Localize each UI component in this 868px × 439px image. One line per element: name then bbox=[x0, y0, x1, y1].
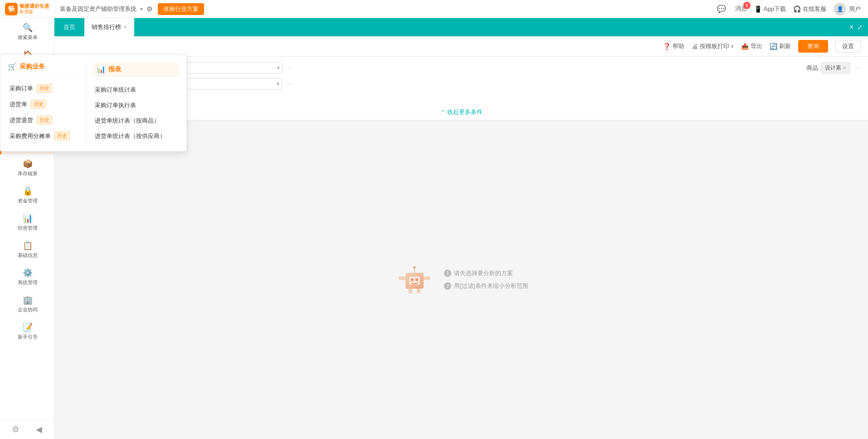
report-item-1-label: 采购订单统计表 bbox=[95, 86, 136, 94]
svg-rect-4 bbox=[409, 289, 412, 293]
phone-icon: 📱 bbox=[754, 5, 762, 13]
sidebar-item-finance[interactable]: 🔒 资金管理 bbox=[0, 182, 54, 209]
purchase-item-1[interactable]: 采购订单 历史 bbox=[8, 80, 78, 96]
goods-filter: 商品 设计素 × ··· bbox=[806, 62, 861, 74]
sidebar-bottom: ⚙ ◀ bbox=[0, 419, 54, 439]
report-item-2[interactable]: 采购订单执行表 bbox=[93, 98, 179, 113]
search-icon: 🔍 bbox=[23, 23, 33, 33]
goods-dots[interactable]: ··· bbox=[853, 64, 861, 72]
toolbar: ❓ 帮助 🖨 按模板打印 ▾ 📤 导出 🔄 刷新 查询 设置 bbox=[54, 36, 868, 57]
purchase-item-4[interactable]: 采购费用分摊单 历史 bbox=[8, 128, 78, 144]
report-item-3[interactable]: 进货单统计表（按商品） bbox=[93, 113, 179, 128]
purchase-item-3[interactable]: 进货退货 历史 bbox=[8, 112, 78, 128]
settings-btn[interactable]: 设置 bbox=[835, 40, 861, 53]
report-item-4[interactable]: 进货单统计表（按供应商） bbox=[93, 128, 179, 144]
help-btn[interactable]: ❓ 帮助 bbox=[663, 42, 684, 50]
print-template-btn[interactable]: 🖨 按模板打印 ▾ bbox=[692, 42, 734, 50]
app-download-btn[interactable]: 📱 App下载 bbox=[754, 5, 786, 13]
sidebar-label-finance: 资金管理 bbox=[18, 197, 38, 204]
avatar: 👤 bbox=[834, 3, 846, 15]
history-badge-2: 历史 bbox=[31, 100, 46, 109]
history-badge-4: 历史 bbox=[54, 132, 70, 140]
salesperson-select-wrapper[interactable]: ▾ bbox=[182, 78, 282, 89]
purchase-col: 🛒 采购业务 采购订单 历史 进货单 历史 进货退货 历史 采购费用分摊单 bbox=[8, 62, 78, 144]
collapse-label: 收起更多条件 bbox=[447, 108, 483, 116]
tab-close-icon[interactable]: × bbox=[124, 24, 127, 30]
empty-hint-1: 1 请先选择要分析的方案 bbox=[444, 269, 528, 277]
status-select-wrapper[interactable]: ▾ bbox=[183, 62, 283, 74]
report-col-header: 📊 报表 bbox=[93, 62, 179, 77]
collapse-sidebar-icon[interactable]: ◀ bbox=[36, 424, 42, 434]
report-header-label: 报表 bbox=[108, 65, 121, 74]
window-close-icon[interactable]: × bbox=[849, 23, 853, 31]
goods-tag-close[interactable]: × bbox=[843, 65, 846, 71]
purchase-item-4-label: 采购费用分摊单 bbox=[10, 132, 51, 140]
svg-point-9 bbox=[413, 266, 416, 269]
sidebar-label-operations: 经营管理 bbox=[18, 225, 38, 232]
logo-icon: 畅 bbox=[5, 3, 18, 15]
dropdown-menu[interactable]: 🛒 采购业务 采购订单 历史 进货单 历史 进货退货 历史 采购费用分摊单 bbox=[0, 54, 187, 152]
sidebar-item-enterprise[interactable]: 🏢 企业协同 bbox=[0, 291, 54, 318]
empty-illustration bbox=[394, 259, 435, 300]
refresh-btn[interactable]: 🔄 刷新 bbox=[770, 42, 791, 50]
status-filter: 单据状态 ▾ ··· bbox=[156, 62, 797, 74]
goods-tag: 设计素 × bbox=[821, 62, 850, 74]
tab-sales-rank[interactable]: 销售排行榜 × bbox=[84, 18, 134, 36]
sidebar-item-operations[interactable]: 📊 经营管理 bbox=[0, 209, 54, 236]
sidebar-label-enterprise: 企业协同 bbox=[18, 306, 38, 313]
salesperson-dots[interactable]: ··· bbox=[285, 80, 293, 88]
gear-settings-icon[interactable]: ⚙ bbox=[146, 5, 152, 13]
online-service-label: 在线客服 bbox=[803, 5, 826, 13]
report-item-2-label: 采购订单执行表 bbox=[95, 101, 136, 109]
svg-rect-6 bbox=[399, 276, 405, 280]
tab-home[interactable]: 首页 bbox=[54, 18, 84, 36]
collapse-btn[interactable]: ⌃ 收起更多条件 bbox=[440, 108, 483, 116]
purchase-col-header: 🛒 采购业务 bbox=[8, 62, 78, 75]
goods-tag-label: 设计素 bbox=[825, 64, 841, 72]
svg-point-3 bbox=[415, 278, 418, 281]
system-title: 装备及固定资产辅助管理系统 bbox=[60, 5, 137, 13]
logo-title: 畅捷通好生意 bbox=[20, 3, 49, 9]
status-dots[interactable]: ··· bbox=[285, 64, 293, 72]
goods-label: 商品 bbox=[806, 64, 818, 72]
report-header-icon: 📊 bbox=[97, 65, 106, 74]
user-area[interactable]: 👤 用户 bbox=[834, 3, 861, 15]
sidebar-item-system[interactable]: ⚙️ 系统管理 bbox=[0, 263, 54, 291]
empty-hint-2: 2 用[过滤]条件来缩小分析范围 bbox=[444, 282, 528, 290]
logo-version: 标准版 bbox=[20, 9, 49, 15]
salesperson-select[interactable] bbox=[182, 78, 282, 89]
purchase-item-2[interactable]: 进货单 历史 bbox=[8, 96, 78, 112]
svg-rect-5 bbox=[417, 289, 420, 293]
settings-bottom-icon[interactable]: ⚙ bbox=[12, 424, 19, 434]
dropdown-arrow-icon[interactable]: ▾ bbox=[140, 6, 143, 12]
sidebar-label-guide: 新手引导 bbox=[18, 334, 38, 340]
user-label: 用户 bbox=[849, 5, 861, 13]
query-btn[interactable]: 查询 bbox=[798, 40, 828, 53]
history-badge-1: 历史 bbox=[37, 84, 52, 93]
online-service-btn[interactable]: 🎧 在线客服 bbox=[793, 5, 826, 13]
sidebar-item-search[interactable]: 🔍 搜索菜单 bbox=[0, 18, 54, 45]
sidebar-label-search: 搜索菜单 bbox=[18, 34, 38, 41]
sidebar-item-basic[interactable]: 📋 基础信息 bbox=[0, 236, 54, 263]
sidebar-item-guide[interactable]: 📝 新手引导 bbox=[0, 318, 54, 345]
sidebar-item-inventory[interactable]: 📦 库存核算 bbox=[0, 154, 54, 182]
export-btn[interactable]: 📤 导出 bbox=[741, 42, 762, 50]
purchase-item-3-label: 进货退货 bbox=[10, 116, 33, 124]
empty-state: 1 请先选择要分析的方案 2 用[过滤]条件来缩小分析范围 bbox=[394, 259, 528, 300]
guide-icon: 📝 bbox=[23, 322, 33, 332]
purchase-item-1-label: 采购订单 bbox=[10, 84, 33, 93]
sidebar-label-inventory: 库存核算 bbox=[18, 170, 38, 177]
empty-hint-2-text: 用[过滤]条件来缩小分析范围 bbox=[454, 282, 528, 290]
industry-btn[interactable]: 体验行业方案 bbox=[158, 3, 204, 15]
export-label: 导出 bbox=[751, 42, 762, 50]
print-icon: 🖨 bbox=[692, 43, 698, 50]
help-label: 帮助 bbox=[673, 42, 684, 50]
message-btn[interactable]: 💬 9 消息 bbox=[717, 5, 747, 13]
tab-controls: × ⤢ bbox=[849, 23, 868, 31]
status-select[interactable] bbox=[183, 62, 283, 74]
svg-point-2 bbox=[411, 278, 414, 281]
help-icon: ❓ bbox=[663, 43, 671, 50]
purchase-header-icon: 🛒 bbox=[8, 62, 17, 71]
report-item-1[interactable]: 采购订单统计表 bbox=[93, 82, 179, 98]
window-maximize-icon[interactable]: ⤢ bbox=[857, 24, 863, 31]
